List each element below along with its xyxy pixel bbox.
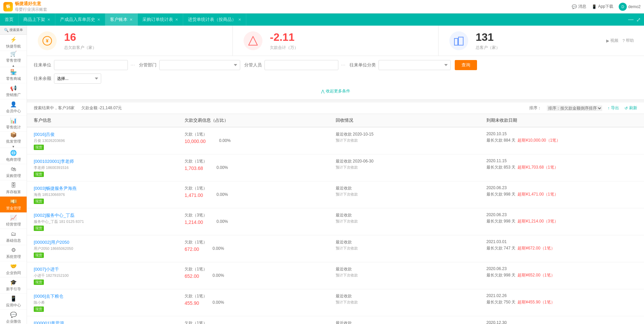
customer-name-6[interactable]: [0006]去下粮仓 — [34, 293, 185, 299]
close-tab-customer-ledger[interactable]: ✕ — [130, 18, 133, 22]
sidebar-item-operation[interactable]: 📈 经营管理 — [0, 213, 27, 229]
video-btn[interactable]: ▶ 视频 — [606, 38, 618, 43]
sidebar-item-newbie[interactable]: 🎓 新手引导 — [0, 277, 27, 294]
source-unit-input[interactable] — [54, 60, 128, 70]
overdue-link-3[interactable]: 超期¥1,214.00（3笔） — [517, 218, 558, 224]
logo-area: 畅 畅捷通好生意 母婴行业演示账套 — [3, 1, 47, 12]
customer-name-4[interactable]: [000002]用户2050 — [34, 239, 185, 245]
stat-card-total-customers: 131 总客户（家） ▶ 视频 ? 帮助 — [439, 26, 644, 56]
sidebar-item-purchase[interactable]: 🛍 采购管理 — [0, 164, 27, 180]
video-label: 视频 — [610, 38, 618, 43]
tab-home[interactable]: 首页 — [0, 13, 19, 26]
sidebar-retail-mall-label: 零售商城 — [6, 76, 21, 81]
app-download-btn[interactable]: 📱 App下载 — [592, 4, 613, 9]
debt-info-5: 欠款（1笔） 652.00 0.00% — [185, 266, 335, 279]
sidebar-quick-nav-label: 快捷导航 — [6, 44, 21, 49]
table-row: [000002]用户2050 用户2050 18665062050 现货 欠款（… — [27, 235, 644, 262]
customer-name-0[interactable]: [0016]吕俊 — [34, 131, 185, 138]
collection-date-2: 最近收款 — [336, 185, 486, 191]
sidebar-item-quick-nav[interactable]: ⚡ 快捷导航 — [0, 35, 27, 51]
sort-select[interactable]: 排序：按欠款金额倒序排序 — [547, 106, 602, 111]
source-unit-dots[interactable]: ··· — [131, 62, 135, 68]
overdue-link-6[interactable]: 超期¥455.90（1笔） — [517, 299, 555, 305]
overdue-days-4: 最长欠款 747 天 — [486, 245, 516, 251]
table-row: [0016]吕俊 吕俊 13026203696 现货 欠款（1笔） 10,000… — [27, 127, 644, 154]
tab-product-listing[interactable]: 商品上下架 ✕ — [19, 13, 55, 26]
sidebar-item-system[interactable]: ⚙ 系统管理 — [0, 245, 27, 261]
search-menu-btn[interactable]: 🔍 搜索菜单 — [0, 26, 27, 35]
unit-type-select[interactable] — [379, 60, 451, 70]
sidebar-item-retail-mgmt[interactable]: 🛒 零售管理 ▲ — [0, 51, 27, 67]
table-area: 客户信息 欠款交易信息（占比） 回收情况 到期未收款日期 [0016]吕俊 吕俊… — [27, 114, 644, 324]
balance-label: 往来余额 — [34, 76, 51, 82]
tab-purchase-stats[interactable]: 采购订单统计表 ✕ — [138, 13, 183, 26]
person-input[interactable] — [264, 60, 338, 70]
collection-date-7: 最近收款 — [336, 320, 486, 324]
overdue-link-5[interactable]: 超期¥652.00（1笔） — [517, 272, 555, 278]
sidebar-item-enterprise[interactable]: 🤝 企业协同 — [0, 261, 27, 277]
message-btn[interactable]: 💬 消息 — [572, 4, 586, 9]
debt-count-0: 欠款（1笔） — [185, 131, 335, 137]
customer-sub-0: 吕俊 13026203696 — [34, 138, 185, 143]
sidebar-item-finance[interactable]: 💴 资金管理 — [0, 197, 27, 213]
sidebar-item-wechat[interactable]: 💬 企业微信 — [0, 310, 27, 324]
sidebar-item-apps[interactable]: 📱 应用中心 — [0, 294, 27, 310]
sidebar-item-basic[interactable]: 🗂 基础信息 — [0, 229, 27, 245]
main-layout: 🔍 搜索菜单 ⚡ 快捷导航 🛒 零售管理 ▲ 🏪 零售商城 📢 营销推广 👤 会… — [0, 26, 644, 324]
debt-ratio-5: 0.00% — [213, 273, 224, 278]
sidebar-item-marketing[interactable]: 📢 营销推广 — [0, 83, 27, 99]
table-row: [0003]畅捷服务尹海燕 海燕 18513066976 现货 欠款（1笔） 1… — [27, 181, 644, 208]
sidebar-item-inventory[interactable]: 🗄 库存核算 — [0, 180, 27, 197]
table-row: [0007]小进千 小进千 18279152100 现货 欠款（1笔） 652.… — [27, 262, 644, 289]
refresh-btn[interactable]: ↺ 刷新 — [624, 105, 637, 111]
dept-select[interactable] — [159, 60, 240, 70]
tab-purchase-product-stats[interactable]: 进货单统计表（按商品） ✕ — [183, 13, 246, 26]
collapse-btn[interactable]: ⋀ 收起更多条件 — [34, 87, 637, 95]
sidebar-item-ecommerce[interactable]: 🌐 电商管理 — [0, 148, 27, 164]
debt-ratio-6: 0.00% — [213, 300, 224, 305]
topbar: 畅 畅捷通好生意 母婴行业演示账套 💬 消息 📱 App下载 D demo2 — [0, 0, 644, 13]
overdue-link-4[interactable]: 超期¥672.00（1笔） — [517, 245, 555, 251]
tab-customer-ledger[interactable]: 客户账本 ✕ — [105, 13, 138, 26]
sidebar-item-retail-stats[interactable]: 📊 零售统计 — [0, 116, 27, 132]
close-tab-purchase-stats[interactable]: ✕ — [175, 18, 178, 22]
help-label: 帮助 — [626, 38, 634, 43]
content-area: ¥ 16 总欠款客户（家） -2.11 欠款合计（万） — [27, 26, 644, 324]
sidebar-wechat-label: 企业微信 — [6, 319, 21, 324]
debt-count-4: 欠款（1笔） — [185, 239, 335, 245]
due-date-6: 2021.02.26 — [486, 293, 637, 298]
customer-name-5[interactable]: [0007]小进千 — [34, 266, 185, 272]
filter-row-1: 往来单位 ··· 分管部门 分管人员 ··· — [34, 60, 637, 70]
customer-name-3[interactable]: [0002]服务中心_丁磊 — [34, 212, 185, 218]
app-download-icon: 📱 — [592, 4, 597, 9]
close-tab-product-listing[interactable]: ✕ — [47, 18, 50, 22]
tab-production-history[interactable]: 产成品入库单历史 ✕ — [55, 13, 105, 26]
close-tab-production-history[interactable]: ✕ — [97, 18, 100, 22]
search-button[interactable]: 查询 — [455, 60, 477, 70]
overdue-link-2[interactable]: 超期¥1,471.00（1笔） — [517, 192, 558, 197]
help-btn[interactable]: ? 帮助 — [622, 38, 634, 43]
customer-tag-2: 现货 — [34, 199, 44, 204]
retail-stats-icon: 📊 — [10, 117, 17, 124]
close-tab-purchase-product-stats[interactable]: ✕ — [238, 18, 241, 22]
export-btn[interactable]: ↑ 导出 — [608, 105, 619, 111]
minimize-icon[interactable]: — — [628, 17, 634, 23]
person-label: 分管人员 — [244, 62, 262, 68]
maximize-icon[interactable]: ⤢ — [636, 17, 641, 23]
sidebar-item-retail-mall[interactable]: 🏪 零售商城 — [0, 67, 27, 83]
customer-sub-5: 小进千 18279152100 — [34, 273, 185, 278]
customer-name-7[interactable]: [000001]黄思源 — [34, 320, 185, 324]
overdue-link-0[interactable]: 超期¥10,000.00（1笔） — [517, 138, 560, 143]
sidebar-inventory-label: 库存核算 — [6, 189, 21, 195]
user-menu[interactable]: D demo2 — [619, 3, 641, 11]
customer-name-1[interactable]: [0001020001]李老师 — [34, 158, 185, 165]
collection-next-6: 预计下次收款 — [336, 300, 486, 305]
sidebar-item-member[interactable]: 👤 会员中心 — [0, 99, 27, 116]
debt-count-3: 欠款（3笔） — [185, 212, 335, 218]
person-dots[interactable]: ··· — [341, 62, 345, 68]
overdue-link-1[interactable]: 超期¥1,703.68（1笔） — [517, 165, 558, 170]
sidebar-item-batch-mgmt[interactable]: 📦 批发管理 ▼ — [0, 132, 27, 148]
balance-select[interactable]: 选择... — [54, 73, 101, 84]
filter-person: 分管人员 ··· — [244, 60, 345, 70]
customer-name-2[interactable]: [0003]畅捷服务尹海燕 — [34, 185, 185, 192]
